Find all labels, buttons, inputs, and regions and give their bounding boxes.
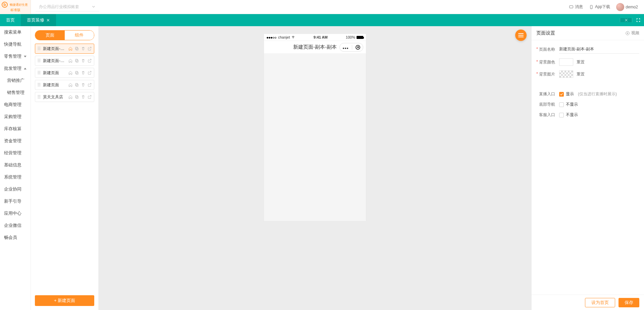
logo-icon: b	[2, 2, 8, 8]
fullscreen-icon	[636, 18, 641, 22]
logo-text: 畅捷通好生意	[10, 2, 28, 7]
message-icon	[569, 5, 574, 9]
svg-rect-0	[570, 5, 573, 8]
close-icon[interactable]: ✕	[46, 18, 50, 23]
header-actions: 消息 App下载 demo2	[569, 3, 644, 11]
app-download-action[interactable]: App下载	[589, 4, 610, 10]
close-icon	[624, 18, 628, 22]
avatar	[616, 3, 624, 11]
app-download-icon	[589, 5, 594, 9]
logo: b 畅捷通好生意 标准版	[0, 0, 31, 14]
messages-action[interactable]: 消息	[569, 4, 583, 10]
chevron-down-icon	[91, 4, 96, 9]
top-header: b 畅捷通好生意 标准版 办公用品行业模拟账套 消息 App下载 demo2	[0, 0, 644, 14]
user-menu[interactable]: demo2	[616, 3, 638, 11]
tab-1[interactable]: 首页装修✕	[21, 14, 56, 26]
tab-0[interactable]: 首页	[0, 14, 21, 26]
account-select-label: 办公用品行业模拟账套	[39, 4, 79, 10]
account-select[interactable]: 办公用品行业模拟账套	[36, 3, 99, 11]
fullscreen-button[interactable]	[632, 18, 644, 22]
logo-badge: 标准版	[10, 8, 20, 12]
tab-bar: 首页首页装修✕	[0, 14, 644, 26]
close-tabs-button[interactable]	[620, 18, 632, 22]
